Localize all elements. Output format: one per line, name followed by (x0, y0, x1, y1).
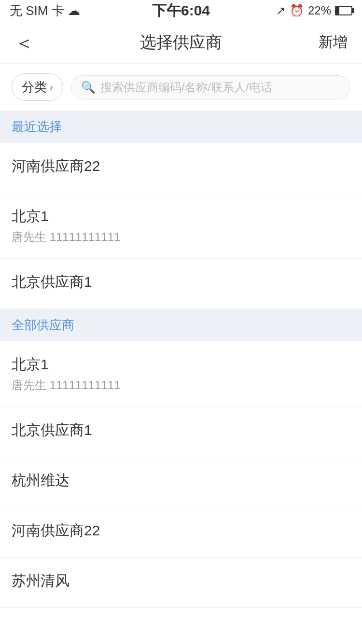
recent-list-item[interactable]: 北京供应商1 (0, 259, 362, 309)
all-list-item[interactable]: 河南供应商22 (0, 507, 362, 558)
location-icon: ↗ (276, 4, 286, 17)
all-list-item[interactable]: 北京1唐先生 11111111111 (0, 341, 362, 407)
battery-label: 22% (308, 4, 331, 17)
item-name: 苏州清风 (12, 571, 350, 591)
search-input[interactable] (100, 81, 340, 94)
item-name: 北京供应商1 (12, 420, 350, 440)
status-bar: 无 SIM 卡 ☁ 下午6:04 ↗ ⏰ 22% (0, 0, 362, 21)
alarm-icon: ⏰ (290, 4, 304, 17)
item-name: 北京1 (12, 355, 350, 375)
status-left: 无 SIM 卡 ☁ (10, 2, 80, 19)
item-sub: 唐先生 11111111111 (12, 229, 350, 245)
all-list: 北京1唐先生 11111111111北京供应商1杭州维达河南供应商22苏州清风 (0, 341, 362, 608)
category-button[interactable]: 分类 › (12, 73, 63, 101)
filter-bar: 分类 › 🔍 (0, 64, 362, 111)
all-list-item[interactable]: 苏州清风 (0, 558, 362, 608)
recent-section-label: 最近选择 (12, 119, 62, 134)
recent-list-item[interactable]: 河南供应商22 (0, 143, 362, 193)
item-name: 北京1 (12, 207, 350, 226)
category-label: 分类 (22, 79, 47, 96)
recent-list-item[interactable]: 北京1唐先生 11111111111 (0, 193, 362, 259)
no-sim-label: 无 SIM 卡 ☁ (10, 2, 80, 19)
item-name: 河南供应商22 (12, 521, 350, 541)
battery-icon (335, 6, 352, 15)
item-name: 河南供应商22 (12, 156, 350, 176)
status-time: 下午6:04 (152, 1, 210, 21)
chevron-right-icon: › (50, 82, 53, 93)
all-section-label: 全部供应商 (12, 318, 74, 332)
item-name: 杭州维达 (12, 471, 350, 490)
all-section-header: 全部供应商 (0, 309, 362, 341)
back-button[interactable]: ＜ (14, 33, 34, 52)
new-action-button[interactable]: 新增 (319, 32, 348, 52)
item-name: 北京供应商1 (12, 272, 350, 292)
search-icon: 🔍 (81, 81, 96, 94)
item-sub: 唐先生 11111111111 (12, 378, 350, 393)
all-list-item[interactable]: 北京供应商1 (0, 407, 362, 457)
status-right: ↗ ⏰ 22% (276, 4, 352, 17)
all-list-item[interactable]: 杭州维达 (0, 457, 362, 507)
nav-bar: ＜ 选择供应商 新增 (0, 21, 362, 64)
recent-section-header: 最近选择 (0, 111, 362, 143)
recent-list: 河南供应商22北京1唐先生 11111111111北京供应商1 (0, 143, 362, 309)
page-title: 选择供应商 (140, 31, 222, 54)
search-box[interactable]: 🔍 (71, 75, 350, 99)
